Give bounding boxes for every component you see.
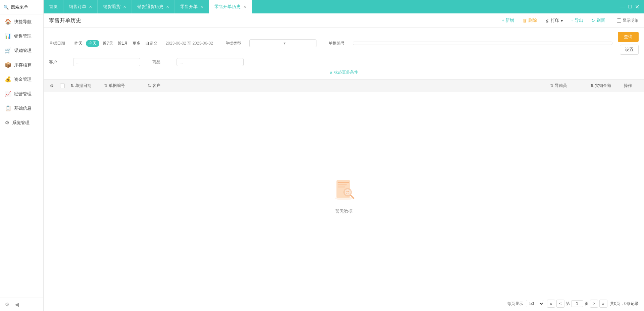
tab-sales-return-history-close[interactable]: ✕ <box>166 5 169 9</box>
sidebar-item-label: 库存核算 <box>14 62 32 68</box>
print-button[interactable]: 🖨 打印 ▾ <box>543 16 565 25</box>
customer-placeholder: ... <box>76 60 137 64</box>
sidebar-nav: 🏠 快捷导航 📊 销售管理 🛒 采购管理 📦 库存核算 💰 资金管理 📈 经营管… <box>0 14 43 298</box>
cart-icon: 🛒 <box>5 47 11 54</box>
date-opt-yesterday[interactable]: 昨天 <box>73 40 84 47</box>
tab-retail-open[interactable]: 零售开单 ✕ <box>175 0 209 13</box>
page-goto-label: 第 <box>566 301 570 307</box>
tab-retail-open-history-label: 零售开单历史 <box>214 4 241 10</box>
th-checkbox[interactable] <box>57 84 68 88</box>
th-action-label: 操作 <box>624 83 632 89</box>
window-close[interactable]: ✕ <box>635 4 639 10</box>
tab-sales-order-label: 销售订单 <box>69 4 86 10</box>
export-label: 导出 <box>575 17 583 23</box>
tab-sales-return-history[interactable]: 销货退货历史 ✕ <box>132 0 175 13</box>
empty-state: 暂无数据 <box>44 92 644 296</box>
date-opt-more[interactable]: 更多 <box>131 40 142 47</box>
first-page-btn[interactable]: « <box>547 300 555 308</box>
collapse-up-icon: ∧ <box>330 70 333 75</box>
product-input[interactable]: ... <box>177 58 244 66</box>
sidebar-item-sys-mgmt[interactable]: ⚙ 系统管理 <box>0 115 43 130</box>
tab-retail-open-label: 零售开单 <box>180 4 198 10</box>
th-customer[interactable]: ⇅ 客户 <box>145 83 547 89</box>
tab-retail-open-close[interactable]: ✕ <box>200 5 203 9</box>
tab-sales-order-close[interactable]: ✕ <box>89 5 92 9</box>
th-guide[interactable]: ⇅ 导购员 <box>547 83 588 89</box>
trend-icon: 📈 <box>5 91 11 97</box>
th-settings[interactable]: ⚙ <box>46 84 57 88</box>
total-info: 共0页，0条记录 <box>610 301 639 307</box>
sidebar-item-operations[interactable]: 📈 经营管理 <box>0 87 43 101</box>
sidebar-item-label: 资金管理 <box>14 76 32 83</box>
divider <box>612 18 612 23</box>
tab-retail-open-history-close[interactable]: ✕ <box>243 5 246 9</box>
collapse-sidebar-icon[interactable]: ◀ <box>15 301 19 308</box>
per-page-select[interactable]: 50 10 20 100 <box>526 300 544 307</box>
th-amount-sort: ⇅ <box>590 84 594 88</box>
date-options: 昨天 今天 近7天 近1月 更多 自定义 <box>73 40 159 47</box>
last-page-btn[interactable]: » <box>599 300 607 308</box>
tab-home[interactable]: 首页 <box>44 0 63 13</box>
th-date[interactable]: ⇅ 单据日期 <box>68 83 101 89</box>
date-opt-1month[interactable]: 近1月 <box>116 40 130 47</box>
th-num[interactable]: ⇅ 单据编号 <box>101 83 145 89</box>
add-button[interactable]: + 新增 <box>500 16 516 25</box>
table-settings-icon: ⚙ <box>50 84 54 88</box>
sidebar-item-purchase-mgmt[interactable]: 🛒 采购管理 <box>0 43 43 58</box>
select-all-checkbox[interactable] <box>60 84 65 88</box>
th-amount[interactable]: ⇅ 实销金额 <box>588 83 621 89</box>
date-opt-today[interactable]: 今天 <box>86 40 99 47</box>
per-page-label: 每页显示 <box>507 301 523 307</box>
page-number-input[interactable] <box>571 300 583 307</box>
prev-page-btn[interactable]: < <box>556 300 564 308</box>
query-buttons: 查询 设置 <box>618 32 639 55</box>
th-guide-sort: ⇅ <box>550 84 553 88</box>
filter-row-2: 客户 ... 商品 ... <box>49 58 639 66</box>
show-detail-checkbox[interactable] <box>617 18 621 23</box>
sidebar-item-quick-nav[interactable]: 🏠 快捷导航 <box>0 14 43 29</box>
refresh-icon: ↻ <box>591 18 595 23</box>
date-opt-custom[interactable]: 自定义 <box>144 40 159 47</box>
refresh-button[interactable]: ↻ 刷新 <box>589 16 607 25</box>
tab-sales-return[interactable]: 销货退货 ✕ <box>98 0 132 13</box>
sidebar-item-label: 销售管理 <box>14 33 32 39</box>
filter-area: 单据日期 昨天 今天 近7天 近1月 更多 自定义 2023-06-02 至 2… <box>44 28 644 80</box>
sidebar-item-basic-info[interactable]: 📋 基础信息 <box>0 101 43 115</box>
refresh-label: 刷新 <box>596 17 605 23</box>
doc-num-input[interactable] <box>353 42 612 45</box>
sidebar-search[interactable]: 🔍 搜索采单 <box>0 0 43 14</box>
svg-rect-2 <box>338 182 349 183</box>
sidebar-item-sales-mgmt[interactable]: 📊 销售管理 <box>0 29 43 43</box>
search-icon: 🔍 <box>3 5 9 10</box>
settings-icon[interactable]: ⚙ <box>5 301 9 308</box>
sidebar-item-finance[interactable]: 💰 资金管理 <box>0 72 43 87</box>
customer-input[interactable]: ... <box>73 58 140 66</box>
tab-home-label: 首页 <box>49 4 58 10</box>
th-amount-label: 实销金额 <box>595 83 611 89</box>
next-page-btn[interactable]: > <box>590 300 598 308</box>
date-opt-7days[interactable]: 近7天 <box>101 40 114 47</box>
query-button[interactable]: 查询 <box>618 32 639 42</box>
empty-illustration <box>329 174 359 204</box>
tab-sales-return-close[interactable]: ✕ <box>123 5 126 9</box>
doc-type-chevron: ▾ <box>284 41 313 46</box>
page-nav: « < 第 页 > » <box>547 300 607 308</box>
tab-retail-open-history[interactable]: 零售开单历史 ✕ <box>209 0 252 13</box>
doc-type-label: 单据类型 <box>225 41 244 46</box>
settings-button[interactable]: 设置 <box>620 45 639 55</box>
window-minimize[interactable]: — <box>620 4 625 10</box>
collapse-filter-btn[interactable]: ∧ 收起更多条件 <box>49 69 639 75</box>
doc-type-select[interactable]: ▾ <box>249 39 316 47</box>
tab-sales-order[interactable]: 销售订单 ✕ <box>63 0 98 13</box>
sidebar-item-inventory[interactable]: 📦 库存核算 <box>0 58 43 72</box>
sidebar-item-label: 系统管理 <box>12 120 30 126</box>
show-detail-toggle[interactable]: 显示明细 <box>617 18 639 23</box>
sidebar-item-label: 快捷导航 <box>14 19 32 25</box>
export-icon: ↑ <box>571 18 574 23</box>
window-maximize[interactable]: □ <box>628 4 632 10</box>
delete-button[interactable]: 🗑 删除 <box>521 16 539 25</box>
main-content: 首页 销售订单 ✕ 销货退货 ✕ 销货退货历史 ✕ 零售开单 ✕ 零售开单历史 … <box>44 0 644 311</box>
toolbar: 零售开单历史 + 新增 🗑 删除 🖨 打印 ▾ ↑ 导出 ↻ 刷新 <box>44 13 644 28</box>
tab-bar: 首页 销售订单 ✕ 销货退货 ✕ 销货退货历史 ✕ 零售开单 ✕ 零售开单历史 … <box>44 0 644 13</box>
export-button[interactable]: ↑ 导出 <box>569 16 586 25</box>
